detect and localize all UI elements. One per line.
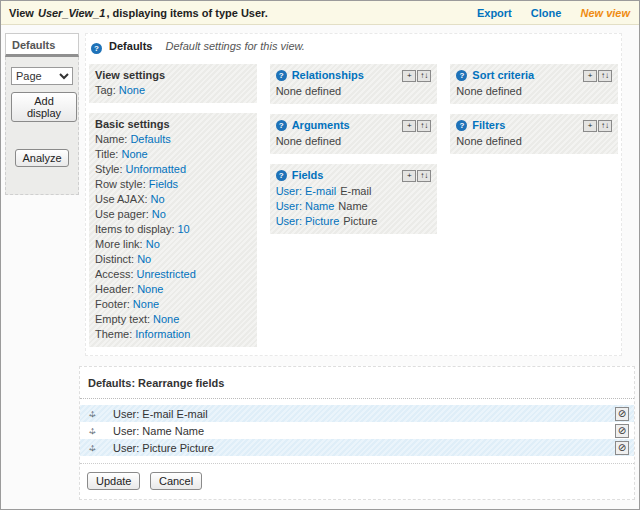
setting-value-link[interactable]: No bbox=[146, 238, 160, 250]
rearrange-icon[interactable]: ↑↓ bbox=[598, 120, 612, 132]
rearrange-row: ↔↕ User: E-mail E-mail ⊘ bbox=[80, 405, 634, 422]
rearrange-icon[interactable]: ↑↓ bbox=[417, 170, 431, 182]
setting-value-link[interactable]: Fields bbox=[149, 178, 178, 190]
view-title: View User_View_1, displaying items of ty… bbox=[9, 7, 268, 19]
setting-value-link[interactable]: None bbox=[133, 298, 159, 310]
rearrange-icon[interactable]: ↑↓ bbox=[417, 120, 431, 132]
filters-box: ? Filters + ↑↓ None defined bbox=[450, 114, 618, 154]
views-ui-body: Defaults Page Add display Analyze ? Defa… bbox=[1, 25, 639, 500]
setting-row: Items to display:10 bbox=[95, 222, 251, 237]
help-icon[interactable]: ? bbox=[276, 70, 287, 81]
setting-value-link[interactable]: 10 bbox=[177, 223, 189, 235]
drag-handle-icon[interactable]: ↔↕ bbox=[86, 441, 99, 454]
field-item: User: PicturePicture bbox=[276, 214, 432, 229]
display-header: ? Defaults Default settings for this vie… bbox=[91, 40, 616, 54]
arguments-empty: None defined bbox=[276, 134, 432, 149]
setting-value-link[interactable]: No bbox=[152, 208, 166, 220]
add-icon[interactable]: + bbox=[402, 120, 416, 132]
help-icon[interactable]: ? bbox=[456, 120, 467, 131]
rearrange-icon[interactable]: ↑↓ bbox=[598, 70, 612, 82]
setting-value-link[interactable]: No bbox=[137, 253, 151, 265]
remove-icon[interactable]: ⊘ bbox=[615, 424, 629, 438]
field-link[interactable]: User: E-mail bbox=[276, 185, 337, 197]
rearrange-icon[interactable]: ↑↓ bbox=[417, 70, 431, 82]
view-actions: Export Clone New view bbox=[461, 7, 630, 19]
rearrange-row-label: User: Name Name bbox=[113, 425, 204, 437]
new-view-link[interactable]: New view bbox=[580, 7, 630, 19]
arguments-head: ? Arguments + ↑↓ bbox=[276, 118, 432, 133]
field-item: User: E-mailE-mail bbox=[276, 184, 432, 199]
setting-value-link[interactable]: None bbox=[153, 313, 179, 325]
move-vertical-icon: ↕ bbox=[86, 407, 99, 420]
filters-head: ? Filters + ↑↓ bbox=[456, 118, 612, 133]
setting-row: Theme:Information bbox=[95, 327, 251, 342]
filters-title-link[interactable]: Filters bbox=[472, 118, 505, 133]
fields-title-link[interactable]: Fields bbox=[292, 168, 324, 183]
setting-label: Distinct: bbox=[95, 253, 134, 265]
setting-value-link[interactable]: No bbox=[151, 193, 165, 205]
field-link[interactable]: User: Name bbox=[276, 200, 335, 212]
help-icon[interactable]: ? bbox=[456, 70, 467, 81]
setting-value-link[interactable]: Unrestricted bbox=[137, 268, 196, 280]
setting-label: Tag: bbox=[95, 84, 116, 96]
clone-link[interactable]: Clone bbox=[531, 7, 562, 19]
setting-row: Row style:Fields bbox=[95, 177, 251, 192]
drag-handle-icon[interactable]: ↔↕ bbox=[86, 407, 99, 420]
setting-value-link[interactable]: Defaults bbox=[130, 133, 170, 145]
rearrange-row: ↔↕ User: Picture Picture ⊘ bbox=[80, 439, 634, 456]
display-type-select[interactable]: Page bbox=[11, 67, 73, 85]
add-icon[interactable]: + bbox=[583, 70, 597, 82]
cancel-button[interactable]: Cancel bbox=[150, 472, 202, 490]
setting-label: Style: bbox=[95, 163, 123, 175]
relationships-empty: None defined bbox=[276, 84, 432, 99]
setting-value-link[interactable]: None bbox=[137, 283, 163, 295]
views-ui-page: View User_View_1, displaying items of ty… bbox=[0, 0, 640, 510]
relationships-head: ? Relationships + ↑↓ bbox=[276, 68, 432, 83]
filters-actions: + ↑↓ bbox=[583, 120, 612, 132]
update-button[interactable]: Update bbox=[87, 472, 140, 490]
view-title-bar: View User_View_1, displaying items of ty… bbox=[1, 1, 639, 25]
add-icon[interactable]: + bbox=[402, 170, 416, 182]
setting-value-link[interactable]: None bbox=[121, 148, 147, 160]
setting-row: Header:None bbox=[95, 282, 251, 297]
drag-handle-icon[interactable]: ↔↕ bbox=[86, 424, 99, 437]
setting-row: Tag:None bbox=[95, 83, 251, 98]
sort-criteria-actions: + ↑↓ bbox=[583, 70, 612, 82]
rearrange-row-label: User: E-mail E-mail bbox=[113, 408, 208, 420]
sort-criteria-empty: None defined bbox=[456, 84, 612, 99]
sort-criteria-title-link[interactable]: Sort criteria bbox=[472, 68, 534, 83]
help-icon[interactable]: ? bbox=[276, 170, 287, 181]
remove-icon[interactable]: ⊘ bbox=[615, 407, 629, 421]
setting-value-link[interactable]: None bbox=[119, 84, 145, 96]
view-title-prefix: View bbox=[9, 7, 34, 19]
arguments-title-link[interactable]: Arguments bbox=[292, 118, 350, 133]
settings-column-1: View settings Tag:None Basic settings Na… bbox=[89, 64, 257, 347]
analyze-button[interactable]: Analyze bbox=[15, 149, 68, 167]
field-link[interactable]: User: Picture bbox=[276, 215, 340, 227]
setting-value-link[interactable]: Information bbox=[135, 328, 190, 340]
tab-defaults[interactable]: Defaults bbox=[5, 33, 79, 57]
relationships-title-link[interactable]: Relationships bbox=[292, 68, 364, 83]
setting-row: Footer:None bbox=[95, 297, 251, 312]
setting-label: Empty text: bbox=[95, 313, 150, 325]
setting-value-link[interactable]: Unformatted bbox=[126, 163, 187, 175]
display-settings-area: ? Defaults Default settings for this vie… bbox=[85, 33, 622, 356]
help-icon[interactable]: ? bbox=[276, 120, 287, 131]
add-icon[interactable]: + bbox=[402, 70, 416, 82]
relationships-actions: + ↑↓ bbox=[402, 70, 431, 82]
remove-icon[interactable]: ⊘ bbox=[615, 441, 629, 455]
setting-label: Access: bbox=[95, 268, 134, 280]
help-icon[interactable]: ? bbox=[91, 43, 102, 54]
setting-row: Use AJAX:No bbox=[95, 192, 251, 207]
view-settings-box: View settings Tag:None bbox=[89, 64, 257, 103]
setting-row: Name:Defaults bbox=[95, 132, 251, 147]
add-icon[interactable]: + bbox=[583, 120, 597, 132]
setting-row: Title:None bbox=[95, 147, 251, 162]
display-sidebar: Defaults Page Add display Analyze bbox=[5, 33, 79, 195]
setting-label: Theme: bbox=[95, 328, 132, 340]
field-label-suffix: Name bbox=[338, 200, 367, 212]
export-link[interactable]: Export bbox=[477, 7, 512, 19]
display-title: Defaults bbox=[109, 40, 152, 52]
add-display-button[interactable]: Add display bbox=[11, 92, 77, 122]
relationships-box: ? Relationships + ↑↓ None defined bbox=[270, 64, 438, 104]
